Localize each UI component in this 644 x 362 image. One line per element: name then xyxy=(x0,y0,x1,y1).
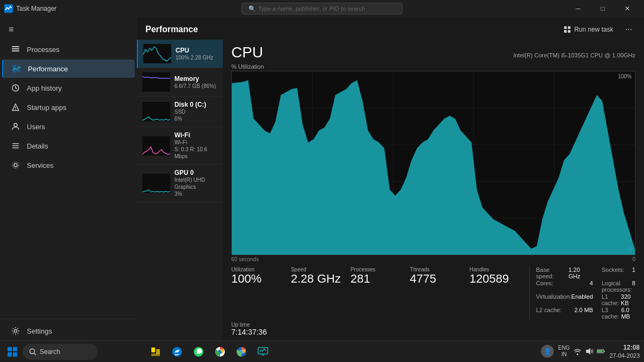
svg-rect-2 xyxy=(12,48,19,49)
language-indicator: ENGIN xyxy=(558,345,570,358)
chart-header: CPU Intel(R) Core(TM) i5-1035G1 CPU @ 1.… xyxy=(231,44,635,61)
cpu-name: CPU xyxy=(175,47,217,54)
settings-icon xyxy=(11,326,20,336)
hamburger-button[interactable]: ≡ xyxy=(0,19,137,40)
detail-cores: Cores: 4 xyxy=(536,280,593,293)
threads-value: 4775 xyxy=(410,272,463,285)
svg-rect-38 xyxy=(13,347,17,351)
detail-logical: Logical processors: 8 xyxy=(602,280,635,293)
uptime-label: Up time xyxy=(231,322,250,328)
wifi-mini-chart xyxy=(142,136,170,156)
startup-icon xyxy=(11,102,20,112)
run-new-task-button[interactable]: Run new task xyxy=(559,24,618,35)
sidebar-item-users[interactable]: Users xyxy=(2,117,135,136)
chart-subtitle: Intel(R) Core(TM) i5-1035G1 CPU @ 1.00GH… xyxy=(513,52,635,58)
svg-rect-3 xyxy=(12,50,19,51)
sidebar-item-performance[interactable]: Performance xyxy=(2,60,135,78)
taskbar-app-chrome2[interactable] xyxy=(232,342,251,361)
taskbar-app-whatsapp[interactable] xyxy=(189,342,208,361)
device-item-disk[interactable]: Disk 0 (C:) SSD6% xyxy=(137,97,223,127)
disk-name: Disk 0 (C:) xyxy=(174,101,217,108)
start-button[interactable] xyxy=(4,344,20,360)
chart-zero-time: 0 xyxy=(632,256,635,262)
utilization-value: 100% xyxy=(231,272,284,285)
processes-value: 281 xyxy=(350,272,404,285)
users-icon xyxy=(11,122,20,131)
details-block: Base speed: 1.20 GHz Sockets: 1 Cores: 4 xyxy=(529,267,635,320)
svg-point-10 xyxy=(14,123,17,127)
wifi-name: Wi-Fi xyxy=(174,131,217,139)
sidebar-item-performance-label: Performance xyxy=(28,65,68,73)
content-area: Performance Run new task ··· xyxy=(137,17,644,341)
utilization-block: Utilization 100% xyxy=(231,267,291,320)
main-layout: ≡ Processes Performance xyxy=(0,17,644,341)
tray-avatar[interactable]: 👤 xyxy=(541,345,554,358)
svg-rect-58 xyxy=(598,350,603,352)
maximize-button[interactable]: □ xyxy=(590,0,615,17)
svg-line-42 xyxy=(34,353,36,355)
wifi-sub: Wi-FiS: 0.3 R: 10.6 Mbps xyxy=(174,139,217,160)
memory-name: Memory xyxy=(174,75,217,83)
titlebar: Task Manager 🔍 Type a name, publisher, o… xyxy=(0,0,644,17)
svg-point-41 xyxy=(30,349,35,353)
sidebar-item-processes-label: Processes xyxy=(27,46,60,54)
detail-l3: L3 cache: 6.0 MB xyxy=(602,307,635,320)
sidebar-item-app-history[interactable]: App history xyxy=(2,79,135,97)
wifi-icon xyxy=(573,347,582,356)
sidebar-item-users-label: Users xyxy=(27,123,45,131)
taskbar-app-chrome[interactable] xyxy=(210,342,230,361)
taskbar-app-monitor[interactable] xyxy=(253,342,273,361)
svg-rect-20 xyxy=(568,30,570,33)
performance-icon xyxy=(12,64,21,73)
chart-util-label: % Utilization xyxy=(231,63,635,70)
minimize-button[interactable]: ─ xyxy=(566,0,590,17)
sidebar-item-startup[interactable]: Startup apps xyxy=(2,98,135,116)
memory-sub: 6.6/7.7 GB (86%) xyxy=(174,83,217,90)
taskbar-search-label: Search xyxy=(40,348,60,356)
device-item-wifi[interactable]: Wi-Fi Wi-FiS: 0.3 R: 10.6 Mbps xyxy=(137,127,223,165)
detail-l2: L2 cache: 2.0 MB xyxy=(536,307,593,320)
svg-rect-19 xyxy=(564,30,567,33)
titlebar-search-box[interactable]: 🔍 Type a name, publisher, or PID to sear… xyxy=(241,3,402,14)
detail-l1: L1 cache: 320 KB xyxy=(602,293,635,306)
taskbar-clock[interactable]: 12:08 27-04-2023 xyxy=(610,344,640,360)
search-icon: 🔍 xyxy=(248,5,256,12)
device-item-gpu[interactable]: GPU 0 Intel(R) UHD Graphics3% xyxy=(137,165,223,202)
device-item-cpu[interactable]: CPU 100% 2.28 GHz xyxy=(137,40,223,68)
uptime-row: Up time 7:14:37:36 xyxy=(231,322,635,336)
svg-rect-11 xyxy=(12,143,19,144)
stats-row: Utilization 100% Speed 2.28 GHz Processe… xyxy=(231,267,635,320)
taskbar: Search xyxy=(0,341,644,362)
sidebar-item-services[interactable]: Services xyxy=(2,156,135,174)
sidebar-item-settings[interactable]: Settings xyxy=(2,322,135,340)
device-item-memory[interactable]: Memory 6.6/7.7 GB (86%) xyxy=(137,68,223,97)
svg-rect-39 xyxy=(8,352,12,357)
window-controls: ─ □ ✕ xyxy=(566,0,640,17)
handles-block: Handles 120589 xyxy=(470,267,529,320)
svg-point-9 xyxy=(15,109,16,110)
svg-rect-12 xyxy=(12,145,19,146)
wifi-device-info: Wi-Fi Wi-FiS: 0.3 R: 10.6 Mbps xyxy=(174,131,217,160)
sidebar-item-processes[interactable]: Processes xyxy=(2,40,135,58)
system-tray[interactable]: ENGIN xyxy=(558,345,605,358)
taskbar-app-edge[interactable] xyxy=(167,342,187,361)
app-title: Task Manager xyxy=(16,5,56,12)
svg-rect-57 xyxy=(604,351,605,352)
clock-time: 12:08 xyxy=(610,344,640,352)
close-button[interactable]: ✕ xyxy=(615,0,640,17)
detail-virt: Virtualization: Enabled xyxy=(536,293,593,306)
sidebar-item-details[interactable]: Details xyxy=(2,137,135,155)
more-options-button[interactable]: ··· xyxy=(622,23,635,36)
taskbar-app-files[interactable] xyxy=(146,342,165,361)
cpu-chart-svg xyxy=(232,71,635,255)
processes-block: Processes 281 xyxy=(350,267,410,320)
taskbar-search[interactable]: Search xyxy=(23,344,98,360)
svg-rect-21 xyxy=(143,44,171,63)
svg-rect-40 xyxy=(13,352,17,357)
svg-rect-18 xyxy=(568,26,570,29)
disk-mini-chart xyxy=(142,102,170,121)
sidebar: ≡ Processes Performance xyxy=(0,17,137,341)
memory-device-info: Memory 6.6/7.7 GB (86%) xyxy=(174,75,217,90)
sidebar-item-app-history-label: App history xyxy=(27,84,62,92)
svg-rect-17 xyxy=(564,26,567,29)
